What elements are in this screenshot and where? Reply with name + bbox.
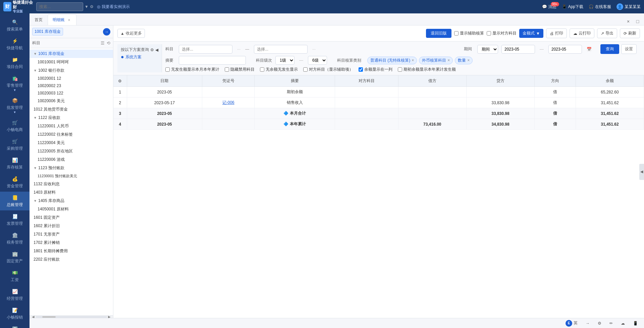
account-item-1132[interactable]: 1132 应收利息 — [30, 180, 113, 188]
account-item-1701[interactable]: 1701 无形资产 — [30, 230, 113, 239]
account-item-10020003[interactable]: 10020003 122 — [30, 89, 113, 97]
account-item-10020002[interactable]: 10020002 23 — [30, 82, 113, 89]
sidebar-item-salary[interactable]: 💵 工资 — [0, 267, 30, 285]
account-item-1123[interactable]: ▼ 1123 预付账款 — [30, 164, 113, 172]
sidebar-item-invoice[interactable]: 🧾 发票管理 — [0, 210, 30, 229]
account-item-11220001[interactable]: 11220001 人民币 — [30, 122, 113, 130]
account-item-1012[interactable]: 1012 其他货币资金 — [30, 105, 113, 114]
account-item-11220006[interactable]: 11220006 游戏 — [30, 155, 113, 164]
account-item-1602[interactable]: 1602 累计折旧 — [30, 222, 113, 230]
account-item-1702[interactable]: 1702 累计摊销 — [30, 239, 113, 247]
account-item-11220002[interactable]: 11220002 往来标签 — [30, 130, 113, 139]
app-download-btn[interactable]: 📱 App下载 — [562, 4, 583, 10]
sidebar-item-expense[interactable]: 📝 小畅报销 — [0, 304, 30, 323]
account-item-14050001[interactable]: 14050001 原材料 — [30, 205, 113, 213]
sidebar-item-project[interactable]: 📁 项目合同 — [0, 54, 30, 72]
account-item-1801[interactable]: 1801 长期待摊费用 — [30, 247, 113, 255]
system-scheme-btn[interactable]: ● 系统方案 — [121, 54, 158, 60]
account-item-11220005[interactable]: 11220005 所在地区 — [30, 147, 113, 155]
subject-filter-input2[interactable] — [254, 45, 308, 54]
cloud-print-btn[interactable]: ☁ 云打印 — [570, 28, 594, 38]
account-item-10020001[interactable]: 10020001 12 — [30, 75, 113, 82]
filter-tag-foreign-close[interactable]: × — [447, 58, 450, 63]
no-balance-checkbox[interactable]: 无发生额显示本月本年累计 — [165, 67, 219, 72]
hide-disabled-checkbox[interactable]: 隐藏禁用科目 — [225, 67, 255, 72]
bottom-settings-btn[interactable]: ⚙ — [596, 320, 603, 326]
sidebar-item-ecommerce[interactable]: 🛒 小畅电商 — [0, 117, 30, 135]
account-item-1405[interactable]: ▼ 1405 库存商品 — [30, 197, 113, 205]
account-item-1601[interactable]: 1601 固定资产 — [30, 213, 113, 222]
account-item-11220004[interactable]: 11220004 美元 — [30, 139, 113, 147]
query-scheme-settings-icon[interactable]: ⚙ — [150, 48, 154, 52]
print-btn[interactable]: 🖨 打印 — [546, 28, 567, 38]
tab-home[interactable]: 首页 — [30, 14, 48, 25]
filter-settings-btn[interactable]: 设置 — [621, 44, 637, 54]
summary-filter-input[interactable] — [179, 56, 246, 65]
scroll-left-btn[interactable]: ◀ — [31, 315, 36, 318]
filter-tag-quantity-close[interactable]: × — [467, 58, 470, 63]
account-item-10020006[interactable]: 10020006 美元 — [30, 97, 113, 105]
account-item-2202[interactable]: 2202 应付账款 — [30, 255, 113, 264]
sidebar-item-ledger[interactable]: 📒 总账管理 — [0, 192, 30, 210]
tab-ledger-close[interactable]: × — [67, 18, 71, 22]
query-scheme-collapse-icon[interactable]: ◀ — [155, 48, 158, 52]
show-aux-checkbox[interactable]: 显示辅助核算 — [454, 30, 484, 36]
sidebar-item-business[interactable]: 📈 经营管理 — [0, 285, 30, 304]
sidebar-item-retail[interactable]: 🛍️ 零售管理 ▼ — [0, 72, 30, 94]
calendar-icon[interactable]: 📅 — [587, 47, 592, 52]
balance-one-col-checkbox[interactable]: 余额显示在一列 — [359, 67, 392, 72]
query-btn[interactable]: 查询 — [600, 44, 619, 54]
bottom-cloud-btn[interactable]: ☁ — [619, 320, 627, 326]
settings-top-icon[interactable]: ⚙ — [90, 4, 94, 9]
window-close-btn[interactable]: × — [625, 18, 632, 25]
level-start-select[interactable]: 1级 2级 3级 — [275, 56, 294, 65]
contra-checkbox[interactable]: 对方科目（显示辅助项） — [303, 67, 353, 72]
account-item-1403[interactable]: 1403 原材料 — [30, 188, 113, 197]
bottom-lang-btn[interactable]: E 英 — [564, 319, 580, 327]
scrollbar-track[interactable] — [36, 316, 107, 318]
sidebar-item-basic[interactable]: ℹ️ 基础信息 — [0, 323, 30, 328]
window-maximize-btn[interactable]: □ — [634, 18, 641, 25]
bottom-mobile-btn[interactable]: 📱 — [631, 320, 640, 326]
expand-tree-icon[interactable]: ⟲ — [107, 41, 110, 46]
show-contra-checkbox[interactable]: 显示对方科目 — [487, 30, 517, 36]
list-view-icon[interactable]: ☰ — [101, 41, 105, 46]
period-type-select[interactable]: 期间 — [477, 45, 498, 54]
navigate-account-btn[interactable]: → — [103, 28, 110, 36]
amount-style-dropdown[interactable]: 金额式 ▼ — [519, 29, 543, 38]
account-item-1122[interactable]: ▼ 1122 应收款 — [30, 114, 113, 122]
search-dropdown-icon[interactable]: ▼ — [85, 4, 89, 9]
sidebar-item-shortcut[interactable]: ⚡ 快捷导航 — [0, 35, 30, 54]
sidebar-item-wholesale[interactable]: 📦 批发管理 ▼ — [0, 94, 30, 117]
message-btn[interactable]: 💬 消息 99+ — [542, 4, 556, 10]
refresh-btn[interactable]: ⟳ 刷新 — [620, 28, 640, 38]
sidebar-item-search[interactable]: 🔍 搜索菜单 — [0, 16, 30, 35]
right-collapse-btn[interactable]: ◀ — [639, 164, 644, 180]
account-item-1001[interactable]: ▼ 1001 库存现金 — [30, 50, 113, 58]
level-end-select[interactable]: 6级 1级 2级 — [308, 56, 327, 65]
account-item-1002[interactable]: ▼ 1002 银行存款 — [30, 66, 113, 75]
export-btn[interactable]: ↗ 导出 — [597, 28, 617, 38]
tab-ledger[interactable]: 明细账 × — [48, 14, 76, 25]
online-service-btn[interactable]: 🎧 在线客服 — [589, 4, 611, 10]
sidebar-item-fixed-assets[interactable]: 🏢 固定资产 — [0, 248, 30, 267]
account-item-10010001[interactable]: 10010001 呵呵呵 — [30, 58, 113, 66]
expand-filter-btn[interactable]: ▲ 收起更多 — [117, 29, 145, 38]
sidebar-item-inventory[interactable]: 📊 库存核算 — [0, 154, 30, 173]
bottom-arrow-btn[interactable]: → — [584, 320, 592, 326]
account-item-11230001[interactable]: 11230001 预付账款美元 — [30, 172, 113, 180]
sidebar-item-tax[interactable]: 🏛️ 税务管理 — [0, 229, 30, 248]
top-search-input[interactable] — [36, 2, 83, 11]
sidebar-item-finance[interactable]: 💰 资金管理 — [0, 173, 30, 192]
filter-tag-normal-close[interactable]: × — [412, 58, 414, 63]
back-version-btn[interactable]: 退回旧版 — [426, 29, 451, 38]
sidebar-item-purchase[interactable]: 🛒 采购管理 — [0, 135, 30, 154]
voucher-link[interactable]: 记-006 — [222, 100, 234, 105]
demo-link[interactable]: ◎ 我要看实例演示 — [97, 4, 130, 10]
period-end-input[interactable] — [548, 45, 582, 54]
subject-filter-input[interactable] — [179, 45, 232, 54]
no-opening-checkbox[interactable]: 期初余额显示本年累计发生额 — [398, 67, 456, 72]
no-amount-checkbox[interactable]: 无余额无发生显示 — [260, 67, 298, 72]
scroll-right-btn[interactable]: ▶ — [107, 315, 112, 318]
user-btn[interactable]: 👤 某某某某 — [616, 3, 641, 10]
